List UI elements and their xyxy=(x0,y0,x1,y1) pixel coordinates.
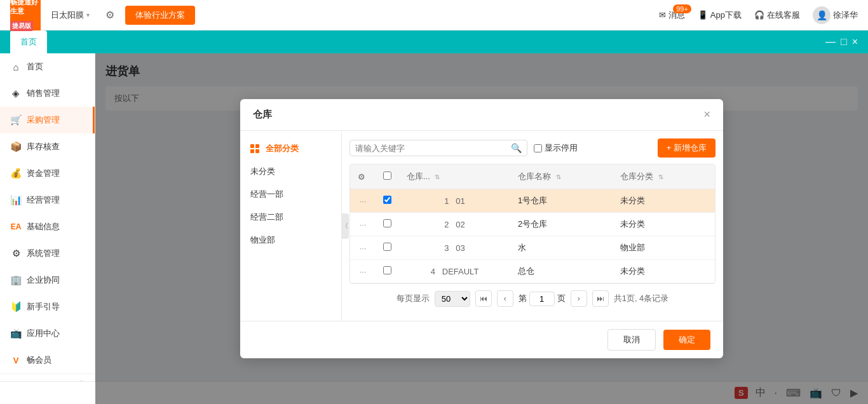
sidebar-item-apps[interactable]: 📺 应用中心 xyxy=(0,320,95,347)
cat-item-op1[interactable]: 经营一部 xyxy=(240,183,341,206)
subnav-item-home[interactable]: 首页 xyxy=(10,30,47,53)
show-disabled-checkbox[interactable] xyxy=(534,144,542,152)
user-btn[interactable]: 👤 徐泽华 xyxy=(813,6,858,24)
table-row[interactable]: ··· 1 01 1号仓库 未分类 xyxy=(350,189,715,213)
cat-property-label: 物业部 xyxy=(250,234,275,246)
name-sort-icon: ⇅ xyxy=(556,173,561,180)
logo-text: 畅捷通好生意 xyxy=(10,0,41,15)
main-layout: ⌂ 首页 ◈ 销售管理 🛒 采购管理 📦 库存核查 💰 资金管理 📊 经营管理 … xyxy=(0,53,868,404)
row-checkbox-cell xyxy=(376,189,399,213)
sidebar-enterprise-label: 企业协同 xyxy=(27,274,60,286)
add-warehouse-btn[interactable]: + 新增仓库 xyxy=(658,138,715,158)
sidebar-item-system[interactable]: ⚙ 系统管理 xyxy=(0,240,95,267)
row-checkbox[interactable] xyxy=(383,196,391,204)
page-number-input[interactable] xyxy=(529,292,555,306)
close-window-icon[interactable]: × xyxy=(852,36,858,48)
sidebar-item-basic[interactable]: EA 基础信息 xyxy=(0,213,95,240)
operation-icon: 📊 xyxy=(10,194,22,206)
pagination: 每页显示 50 20 100 ⏮ ‹ 第 xyxy=(349,284,715,313)
dialog-close-icon[interactable]: × xyxy=(703,108,710,121)
table: ⚙ 仓库... ⇅ 仓库名称 ⇅ xyxy=(350,165,715,283)
sidebar-capital-label: 资金管理 xyxy=(27,168,60,179)
row-more-icon[interactable]: ··· xyxy=(360,196,367,206)
row-checkbox-cell xyxy=(376,260,399,283)
cat-grid-icon xyxy=(250,144,259,153)
cat-item-op2[interactable]: 经营二部 xyxy=(240,206,341,229)
select-all-checkbox[interactable] xyxy=(383,172,391,180)
row-settings-cell: ··· xyxy=(350,189,376,213)
minimize-icon[interactable]: — xyxy=(825,36,836,48)
per-page-dropdown[interactable]: 50 20 100 xyxy=(435,291,470,307)
subnav: 首页 — □ × xyxy=(0,30,868,53)
row-more-icon[interactable]: ··· xyxy=(360,243,367,253)
category-sort-icon: ⇅ xyxy=(658,173,663,180)
sidebar-item-sales[interactable]: ◈ 销售管理 xyxy=(0,80,95,107)
table-row[interactable]: ··· 4 DEFAULT 总仓 未分类 xyxy=(350,260,715,283)
category-col-header: 仓库分类 ⇅ xyxy=(613,165,715,189)
dialog-header: 仓库 × xyxy=(240,99,723,131)
row-num: 4 DEFAULT xyxy=(399,260,510,283)
sidebar-apps-label: 应用中心 xyxy=(27,328,60,339)
branch-name: 日太阳膜 xyxy=(51,10,84,21)
sidebar-member-label: 畅会员 xyxy=(27,354,51,366)
sidebar-item-enterprise[interactable]: 🏢 企业协同 xyxy=(0,267,95,293)
sidebar-guide-label: 新手引导 xyxy=(27,301,60,313)
row-checkbox[interactable] xyxy=(383,266,391,274)
settings-icon[interactable]: ⚙ xyxy=(100,5,120,25)
capital-icon: 💰 xyxy=(10,168,22,179)
page-input-group: 第 页 xyxy=(519,292,566,306)
cat-item-all[interactable]: 全部分类 xyxy=(240,137,341,160)
last-page-btn[interactable]: ⏭ xyxy=(592,290,609,307)
cat-item-none[interactable]: 未分类 xyxy=(240,160,341,183)
row-checkbox[interactable] xyxy=(383,243,391,251)
cat-collapse-btn[interactable]: 《 xyxy=(341,213,349,239)
search-input[interactable] xyxy=(355,144,511,153)
page-total: 共1页, 4条记录 xyxy=(614,293,669,304)
row-name: 2号仓库 xyxy=(510,213,613,236)
sidebar-item-member[interactable]: V 畅会员 xyxy=(0,347,95,374)
show-disabled-label[interactable]: 显示停用 xyxy=(534,142,578,154)
sidebar-item-home[interactable]: ⌂ 首页 xyxy=(0,53,95,80)
next-page-btn[interactable]: › xyxy=(571,290,587,307)
table-row[interactable]: ··· 3 03 水 物业部 xyxy=(350,236,715,260)
branch-selector[interactable]: 日太阳膜 ▾ xyxy=(51,10,92,21)
per-page-label: 每页显示 xyxy=(397,293,430,304)
row-checkbox-cell xyxy=(376,236,399,260)
cat-all-label: 全部分类 xyxy=(266,143,299,154)
confirm-btn[interactable]: 确定 xyxy=(663,330,710,350)
table-body: ··· 1 01 1号仓库 未分类 ··· 2 02 2号仓库 未分类 ··· xyxy=(350,189,715,283)
dialog-title: 仓库 xyxy=(253,109,272,121)
settings-col-header: ⚙ xyxy=(350,165,376,189)
online-service-label: 在线客服 xyxy=(767,10,800,21)
cat-op1-label: 经营一部 xyxy=(250,189,283,200)
messages-btn[interactable]: ✉ 消息 99+ xyxy=(659,10,685,21)
guide-icon: 🔰 xyxy=(10,301,22,313)
sidebar-operation-label: 经营管理 xyxy=(27,194,60,206)
per-page-select: 50 20 100 xyxy=(435,291,470,307)
sidebar: ⌂ 首页 ◈ 销售管理 🛒 采购管理 📦 库存核查 💰 资金管理 📊 经营管理 … xyxy=(0,53,95,404)
search-icon[interactable]: 🔍 xyxy=(511,143,522,153)
cancel-btn[interactable]: 取消 xyxy=(607,329,656,351)
sidebar-item-capital[interactable]: 💰 资金管理 xyxy=(0,160,95,187)
row-category: 未分类 xyxy=(613,189,715,213)
sidebar-item-inventory[interactable]: 📦 库存核查 xyxy=(0,133,95,160)
maximize-icon[interactable]: □ xyxy=(841,36,847,48)
trial-btn[interactable]: 体验行业方案 xyxy=(125,6,195,25)
row-settings-cell: ··· xyxy=(350,213,376,236)
cat-item-property[interactable]: 物业部 xyxy=(240,229,341,252)
cat-op2-label: 经营二部 xyxy=(250,212,283,223)
row-checkbox[interactable] xyxy=(383,219,391,227)
row-more-icon[interactable]: ··· xyxy=(360,220,367,229)
cat-none-label: 未分类 xyxy=(250,166,275,177)
row-more-icon[interactable]: ··· xyxy=(360,267,367,276)
table-row[interactable]: ··· 2 02 2号仓库 未分类 xyxy=(350,213,715,236)
table-toolbar: 🔍 显示停用 + 新增仓库 xyxy=(349,138,715,158)
first-page-btn[interactable]: ⏮ xyxy=(475,290,492,307)
prev-page-btn[interactable]: ‹ xyxy=(497,290,513,307)
sidebar-item-purchase[interactable]: 🛒 采购管理 xyxy=(0,107,95,133)
sidebar-item-operation[interactable]: 📊 经营管理 xyxy=(0,187,95,213)
sidebar-item-guide[interactable]: 🔰 新手引导 xyxy=(0,293,95,320)
app-download-btn[interactable]: 📱 App下载 xyxy=(698,10,742,21)
online-service-btn[interactable]: 🎧 在线客服 xyxy=(754,10,800,21)
row-num: 2 02 xyxy=(399,213,510,236)
